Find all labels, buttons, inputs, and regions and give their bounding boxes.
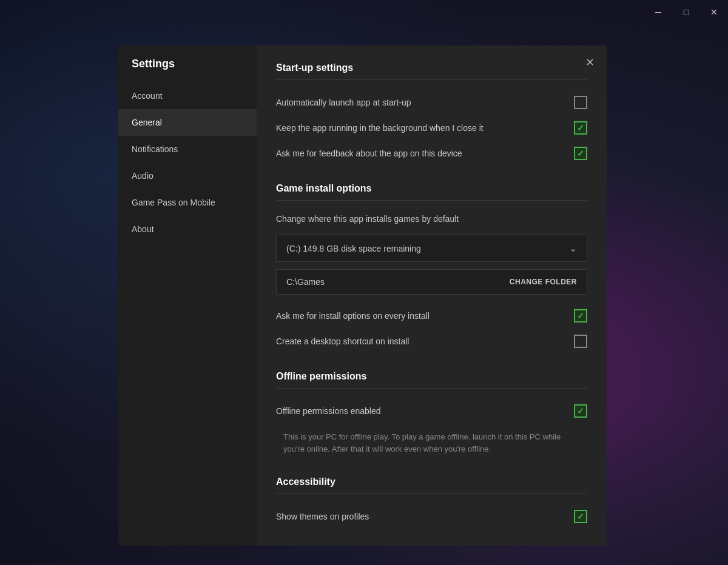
ask-feedback-label: Ask me for feedback about the app on thi… — [276, 149, 574, 158]
keep-running-label: Keep the app running in the background w… — [276, 123, 574, 133]
maximize-button[interactable]: □ — [672, 0, 700, 24]
install-location-dropdown[interactable]: (C:) 149.8 GB disk space remaining ⌄ — [276, 235, 587, 262]
offline-section: Offline permissions Offline permissions … — [276, 371, 587, 460]
ask-install-row: Ask me for install options on every inst… — [276, 303, 587, 329]
install-section-title: Game install options — [276, 183, 587, 194]
minimize-button[interactable]: ─ — [644, 0, 672, 24]
ask-feedback-checkbox[interactable] — [574, 147, 587, 160]
offline-enabled-row: Offline permissions enabled — [276, 398, 587, 424]
accessibility-section: Accessibility Show themes on profiles — [276, 476, 587, 529]
accessibility-section-title: Accessibility — [276, 476, 587, 487]
settings-dialog: Settings Account General Notifications A… — [118, 45, 607, 546]
install-divider — [276, 200, 587, 201]
sidebar-item-account[interactable]: Account — [118, 82, 257, 109]
title-bar: ─ □ ✕ — [0, 0, 728, 24]
keep-running-row: Keep the app running in the background w… — [276, 115, 587, 141]
offline-enabled-label: Offline permissions enabled — [276, 406, 574, 416]
auto-launch-checkbox[interactable] — [574, 96, 587, 109]
sidebar-item-game-pass-mobile[interactable]: Game Pass on Mobile — [118, 189, 257, 216]
auto-launch-label: Automatically launch app at start-up — [276, 98, 574, 107]
show-themes-checkbox[interactable] — [574, 510, 587, 523]
sidebar-title: Settings — [118, 45, 257, 82]
folder-row: C:\Games CHANGE FOLDER — [276, 269, 587, 295]
folder-path-label: C:\Games — [286, 277, 325, 287]
ask-install-label: Ask me for install options on every inst… — [276, 311, 574, 321]
install-section: Game install options Change where this a… — [276, 183, 587, 354]
dialog-close-button[interactable]: ✕ — [580, 53, 599, 72]
offline-section-title: Offline permissions — [276, 371, 587, 382]
offline-enabled-checkbox[interactable] — [574, 404, 587, 418]
startup-section: Start-up settings Automatically launch a… — [276, 62, 587, 166]
sidebar-item-notifications[interactable]: Notifications — [118, 136, 257, 162]
change-folder-button[interactable]: CHANGE FOLDER — [510, 278, 577, 286]
window-close-button[interactable]: ✕ — [700, 0, 728, 24]
show-themes-label: Show themes on profiles — [276, 512, 574, 521]
desktop-shortcut-label: Create a desktop shortcut on install — [276, 336, 574, 346]
ask-feedback-row: Ask me for feedback about the app on thi… — [276, 141, 587, 166]
ask-install-checkbox[interactable] — [574, 309, 587, 323]
change-where-label: Change where this app installs games by … — [276, 210, 587, 227]
settings-main-content: ✕ Start-up settings Automatically launch… — [257, 45, 607, 546]
sidebar-item-audio[interactable]: Audio — [118, 162, 257, 189]
sidebar-item-about[interactable]: About — [118, 216, 257, 242]
offline-description: This is your PC for offline play. To pla… — [276, 426, 587, 460]
dropdown-arrow-icon: ⌄ — [569, 242, 577, 254]
startup-divider — [276, 79, 587, 80]
auto-launch-row: Automatically launch app at start-up — [276, 90, 587, 115]
settings-sidebar: Settings Account General Notifications A… — [118, 45, 257, 546]
offline-divider — [276, 388, 587, 389]
desktop-shortcut-checkbox[interactable] — [574, 335, 587, 348]
keep-running-checkbox[interactable] — [574, 121, 587, 135]
desktop-shortcut-row: Create a desktop shortcut on install — [276, 329, 587, 354]
sidebar-item-general[interactable]: General — [118, 109, 257, 136]
show-themes-row: Show themes on profiles — [276, 504, 587, 529]
dropdown-value: (C:) 149.8 GB disk space remaining — [286, 244, 421, 253]
title-bar-controls: ─ □ ✕ — [644, 0, 728, 24]
accessibility-divider — [276, 493, 587, 494]
startup-section-title: Start-up settings — [276, 62, 587, 73]
